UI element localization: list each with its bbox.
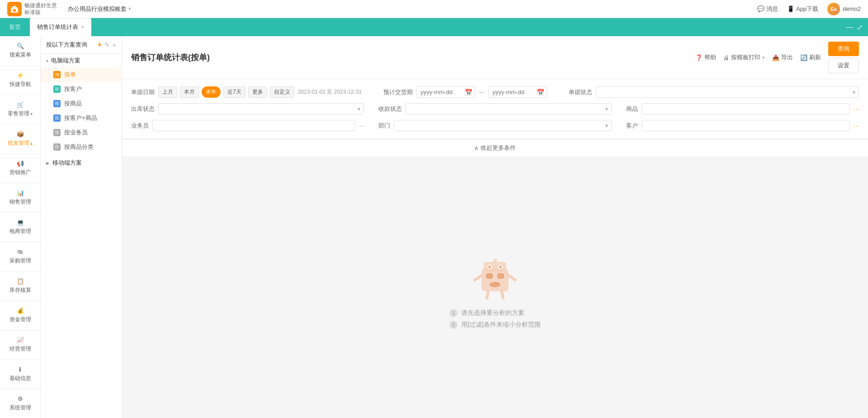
product-more-dots[interactable]: ··· [854, 105, 859, 113]
logo-text: 畅捷通好生意 标准版 [24, 2, 57, 15]
sidebar-item-inventory[interactable]: 📋 库存核算 [0, 271, 40, 301]
svg-rect-9 [484, 262, 506, 272]
date-btn-this-year[interactable]: 本年 [202, 86, 221, 98]
product-input[interactable] [642, 103, 850, 114]
scheme-icon-prodcat: 按 [53, 143, 61, 151]
tab-home[interactable]: 首页 [0, 18, 30, 36]
ship-status-select[interactable] [158, 103, 364, 114]
app-download-button[interactable]: 📱 App下载 [787, 5, 818, 13]
receipt-status-select[interactable] [406, 103, 611, 114]
sidebar-item-marketing[interactable]: 📢 营销推广 [0, 154, 40, 183]
date-group: 上月 本月 本年 近7天 更多 自定义 [158, 86, 294, 98]
scheme-item-by-customer[interactable]: 按 按客户 [41, 82, 122, 96]
scheme-add-button[interactable]: + [98, 41, 102, 49]
retail-expand-arrow: ▾ [30, 111, 33, 116]
delivery-date-start-wrapper: 📅 [416, 86, 475, 98]
app-title-selector[interactable]: 办公用品行业模拟账套 ▾ [68, 5, 131, 13]
status-label: 单据状态 [569, 88, 592, 96]
delivery-date-end-input[interactable] [488, 86, 547, 98]
scheme-panel-actions: + ✎ « [98, 41, 116, 49]
basicinfo-icon: ℹ [19, 366, 21, 373]
system-icon: ⚙ [18, 395, 23, 402]
scheme-collapse-button[interactable]: « [113, 41, 116, 48]
download-icon: 📱 [787, 5, 794, 12]
shortcut-icon: ⚡ [17, 72, 24, 79]
date-btn-custom[interactable]: 自定义 [270, 86, 294, 98]
scheme-icon-customer: 按 [53, 86, 61, 93]
date-btn-this-month[interactable]: 本月 [180, 86, 199, 98]
salesperson-input[interactable] [152, 120, 355, 131]
retail-icon: 🛒 [17, 101, 24, 108]
ship-status-select-wrapper [158, 103, 364, 114]
department-select-wrapper [394, 120, 611, 131]
logo-area: 畅捷通好生意 标准版 [7, 2, 57, 16]
delivery-date-start-input[interactable] [416, 86, 475, 98]
sidebar-item-ecommerce[interactable]: 💻 电商管理 [0, 213, 40, 242]
date-btn-more[interactable]: 更多 [248, 86, 267, 98]
empty-state: 1 请先选择要分析的方案 2 用[过滤]条件来缩小分析范围 [122, 157, 868, 418]
scheme-item-by-product[interactable]: 按 按商品 [41, 96, 122, 111]
scheme-category-mobile[interactable]: ▶ 移动端方案 [41, 156, 122, 170]
operations-icon: 📈 [17, 337, 24, 343]
customer-more-dots[interactable]: ··· [854, 122, 859, 129]
svg-point-4 [490, 282, 500, 287]
search-icon: 🔍 [17, 43, 24, 49]
scheme-item-by-salesperson[interactable]: 按 按业务员 [41, 125, 122, 140]
svg-line-6 [509, 276, 515, 280]
tab-maximize-icon[interactable]: ⤢ [857, 23, 863, 32]
filter-panel: 销售订单统计表(按单) ❓ 帮助 🖨 按模板打印 ▾ 📤 导出 [122, 36, 868, 418]
print-icon: 🖨 [723, 54, 729, 61]
customer-input[interactable] [642, 120, 850, 131]
message-button[interactable]: 💬 消息 [757, 5, 778, 13]
query-button[interactable]: 查询 [828, 42, 859, 56]
tip-text-2: 用[过滤]条件来缩小分析范围 [461, 321, 541, 329]
scheme-edit-button[interactable]: ✎ [104, 41, 110, 48]
sidebar-item-search[interactable]: 🔍 搜索菜单 [0, 36, 40, 66]
svg-line-5 [475, 276, 481, 280]
salesperson-more-dots[interactable]: ··· [359, 122, 364, 129]
ship-status-label: 出库状态 [131, 105, 155, 113]
date-separator: — [479, 89, 485, 95]
tab-minimize-icon[interactable]: — [846, 23, 853, 31]
scheme-item-by-customer-product[interactable]: 按 按客户+商品 [41, 111, 122, 125]
avatar: Ea [827, 3, 840, 15]
scheme-mobile-arrow: ▶ [46, 161, 50, 166]
sidebar-item-purchase[interactable]: 🛍 采购管理 [0, 242, 40, 271]
export-button[interactable]: 📤 导出 [772, 53, 793, 62]
date-label: 单据日期 [131, 88, 155, 96]
tab-close-icon[interactable]: × [81, 24, 84, 30]
tab-sales-order-stats[interactable]: 销售订单统计表 × [30, 18, 91, 36]
department-select[interactable] [394, 120, 611, 131]
sidebar-item-system[interactable]: ⚙ 系统管理 [0, 389, 40, 418]
page-title: 销售订单统计表(按单) [131, 52, 210, 63]
svg-point-12 [488, 266, 491, 268]
sidebar-item-shortcut[interactable]: ⚡ 快捷导航 [0, 66, 40, 95]
sidebar-item-retail[interactable]: 🛒 零售管理 ▾ [0, 95, 40, 124]
scheme-category-arrow: ▾ [46, 58, 48, 63]
collapse-bar[interactable]: ∧ 收起更多条件 [122, 139, 868, 157]
tip-text-1: 请先选择要分析的方案 [461, 309, 524, 317]
inventory-icon: 📋 [17, 278, 24, 285]
sidebar-item-basic-info[interactable]: ℹ 基础信息 [0, 360, 40, 389]
wholesale-expand-arrow: ▴ [30, 141, 33, 146]
print-button[interactable]: 🖨 按模板打印 ▾ [723, 53, 765, 62]
collapse-label: 收起更多条件 [481, 144, 516, 152]
help-button[interactable]: ❓ 帮助 [695, 53, 716, 62]
sidebar-item-operations[interactable]: 📈 经营管理 [0, 330, 40, 360]
sidebar-item-wholesale[interactable]: 📦 批发管理 ▴ [0, 124, 40, 154]
user-menu[interactable]: Ea demo2 [827, 3, 861, 15]
date-btn-last-month[interactable]: 上月 [158, 86, 177, 98]
setting-button[interactable]: 设置 [828, 58, 859, 73]
sales-icon: 📊 [17, 190, 24, 196]
delivery-date-end-wrapper: 📅 [488, 86, 547, 98]
scheme-panel: 按以下方案查询 + ✎ « ▾ 电脑端方案 按 按单 按 按客户 [41, 36, 122, 418]
refresh-button[interactable]: 🔄 刷新 [800, 53, 821, 62]
sidebar-item-finance[interactable]: 💰 资金管理 [0, 301, 40, 330]
date-btn-7days[interactable]: 近7天 [223, 86, 245, 98]
sidebar-item-sales[interactable]: 📊 销售管理 [0, 183, 40, 213]
scheme-item-by-order[interactable]: 按 按单 [41, 67, 122, 82]
status-select-wrapper [596, 86, 859, 98]
scheme-category-desktop[interactable]: ▾ 电脑端方案 [41, 54, 122, 67]
status-select[interactable] [596, 86, 859, 98]
scheme-item-by-product-category[interactable]: 按 按商品分类 [41, 140, 122, 154]
